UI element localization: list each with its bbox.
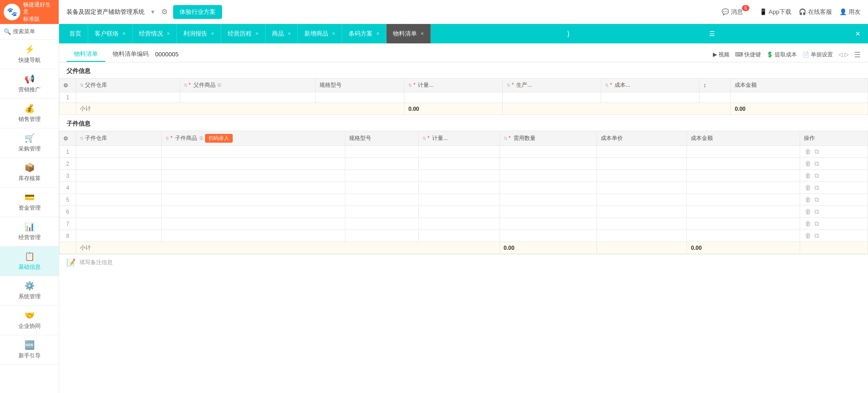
child-quantity-cell[interactable] [500, 218, 597, 230]
user-btn[interactable]: 👤 用友 [839, 8, 861, 16]
sidebar-item-guide[interactable]: 🆕 新手引导 [0, 335, 59, 365]
child-quantity-cell[interactable] [500, 194, 597, 206]
sidebar-item-finance[interactable]: 💳 资金管理 [0, 187, 59, 217]
subtab-bom-code[interactable]: 物料清单编码 0000005 [105, 47, 186, 62]
child-col-gear[interactable]: ⚙ [60, 131, 76, 146]
delete-icon[interactable]: 🗑 [804, 219, 812, 228]
parent-spec-cell[interactable] [315, 92, 404, 103]
child-warehouse-cell[interactable] [76, 182, 162, 194]
tab-bom[interactable]: 物料清单 × [386, 24, 431, 43]
nav-next-btn[interactable]: ▷ [844, 51, 849, 58]
sidebar-item-quick-nav[interactable]: ⚡ 快捷导航 [0, 40, 59, 69]
delete-icon[interactable]: 🗑 [804, 159, 812, 168]
tab-menu-btn[interactable]: ☰ [705, 30, 719, 37]
child-unit-cell[interactable] [419, 146, 500, 158]
child-spec-cell[interactable] [345, 158, 419, 170]
child-spec-cell[interactable] [345, 182, 419, 194]
single-settings-action[interactable]: 📄 单据设置 [802, 51, 833, 59]
sidebar-item-purchase[interactable]: 🛒 采购管理 [0, 128, 59, 158]
child-spec-cell[interactable] [345, 218, 419, 230]
delete-icon[interactable]: 🗑 [804, 171, 812, 180]
child-warehouse-cell[interactable] [76, 170, 162, 182]
tab-close-all-btn[interactable]: ✕ [851, 30, 864, 37]
child-spec-cell[interactable] [345, 194, 419, 206]
sidebar-item-basic-info[interactable]: 📋 基础信息 [0, 247, 59, 276]
child-goods-cell[interactable] [162, 146, 345, 158]
child-warehouse-cell[interactable] [76, 230, 162, 242]
tab-close-icon[interactable]: × [421, 30, 424, 37]
tab-profit[interactable]: 利润报告 × [177, 24, 221, 43]
scan-btn[interactable]: 扫码录入 [205, 134, 233, 143]
extract-cost-action[interactable]: 💲 提取成本 [766, 51, 797, 59]
delete-icon[interactable]: 🗑 [804, 147, 812, 156]
child-spec-cell[interactable] [345, 206, 419, 218]
sidebar-item-sales[interactable]: 💰 销售管理 [0, 99, 59, 128]
child-warehouse-cell[interactable] [76, 158, 162, 170]
child-goods-cell[interactable] [162, 230, 345, 242]
child-unit-cell[interactable] [419, 158, 500, 170]
tab-new-goods[interactable]: 新增商品 × [298, 24, 342, 43]
sidebar-item-system[interactable]: ⚙️ 系统管理 [0, 276, 59, 306]
child-quantity-cell[interactable] [500, 206, 597, 218]
tab-close-icon[interactable]: × [211, 30, 214, 37]
child-goods-cell[interactable] [162, 158, 345, 170]
tab-close-icon[interactable]: × [376, 30, 380, 37]
sidebar-item-inventory[interactable]: 📦 库存核算 [0, 158, 59, 187]
tab-history[interactable]: 经营历程 × [221, 24, 265, 43]
child-warehouse-cell[interactable] [76, 146, 162, 158]
child-goods-cell[interactable] [162, 206, 345, 218]
tab-barcode[interactable]: 条码方案 × [342, 24, 386, 43]
copy-icon[interactable]: ⧉ [814, 147, 820, 156]
child-unit-cell[interactable] [419, 194, 500, 206]
child-goods-cell[interactable] [162, 182, 345, 194]
tab-overflow-btn[interactable]: ⟩ [563, 30, 573, 38]
child-unit-cell[interactable] [419, 230, 500, 242]
sidebar-item-operations[interactable]: 📊 经营管理 [0, 217, 59, 247]
tab-home[interactable]: 首页 [63, 24, 88, 43]
child-quantity-cell[interactable] [500, 170, 597, 182]
tab-close-icon[interactable]: × [167, 30, 170, 37]
tab-close-icon[interactable]: × [288, 30, 291, 37]
child-quantity-cell[interactable] [500, 158, 597, 170]
tab-operations[interactable]: 经营情况 × [133, 24, 177, 43]
child-unit-cell[interactable] [419, 182, 500, 194]
sidebar-search[interactable]: 🔍 搜索菜单 [0, 24, 59, 40]
child-unit-cell[interactable] [419, 170, 500, 182]
gear-settings-icon[interactable]: ⚙ [161, 7, 168, 16]
message-btn[interactable]: 💬 消息 6 [722, 8, 752, 16]
parent-cost-cell[interactable] [601, 92, 699, 103]
parent-col-gear[interactable]: ⚙ [60, 79, 76, 92]
parent-unit-cell[interactable] [404, 92, 503, 103]
tab-close-icon[interactable]: × [332, 30, 335, 37]
shortcut-action[interactable]: ⌨ 快捷键 [735, 51, 761, 59]
subtab-bom-list[interactable]: 物料清单 [66, 47, 105, 62]
delete-icon[interactable]: 🗑 [804, 183, 812, 192]
delete-icon[interactable]: 🗑 [804, 195, 812, 204]
child-goods-cell[interactable] [162, 194, 345, 206]
list-view-btn[interactable]: ☰ [854, 50, 861, 59]
tab-customers[interactable]: 客户联络 × [88, 24, 133, 43]
child-warehouse-cell[interactable] [76, 194, 162, 206]
child-unit-cell[interactable] [419, 218, 500, 230]
tab-goods[interactable]: 商品 × [265, 24, 298, 43]
tab-close-icon[interactable]: × [255, 30, 259, 37]
copy-icon[interactable]: ⧉ [814, 183, 820, 192]
copy-icon[interactable]: ⧉ [814, 219, 820, 228]
video-action[interactable]: ▶ 视频 [713, 51, 729, 59]
child-quantity-cell[interactable] [500, 230, 597, 242]
child-spec-cell[interactable] [345, 230, 419, 242]
copy-icon[interactable]: ⧉ [814, 159, 820, 168]
child-warehouse-cell[interactable] [76, 206, 162, 218]
copy-icon[interactable]: ⧉ [814, 171, 820, 180]
child-goods-cell[interactable] [162, 218, 345, 230]
parent-production-cell[interactable] [503, 92, 601, 103]
delete-icon[interactable]: 🗑 [804, 207, 812, 216]
app-download-btn[interactable]: 📱 App下载 [760, 8, 791, 16]
copy-icon[interactable]: ⧉ [814, 195, 820, 204]
child-unit-cell[interactable] [419, 206, 500, 218]
child-spec-cell[interactable] [345, 170, 419, 182]
experience-btn[interactable]: 体验行业方案 [173, 5, 222, 19]
online-service-btn[interactable]: 🎧 在线客服 [799, 8, 832, 16]
copy-icon[interactable]: ⧉ [814, 207, 820, 216]
parent-goods-cell[interactable] [180, 92, 315, 103]
